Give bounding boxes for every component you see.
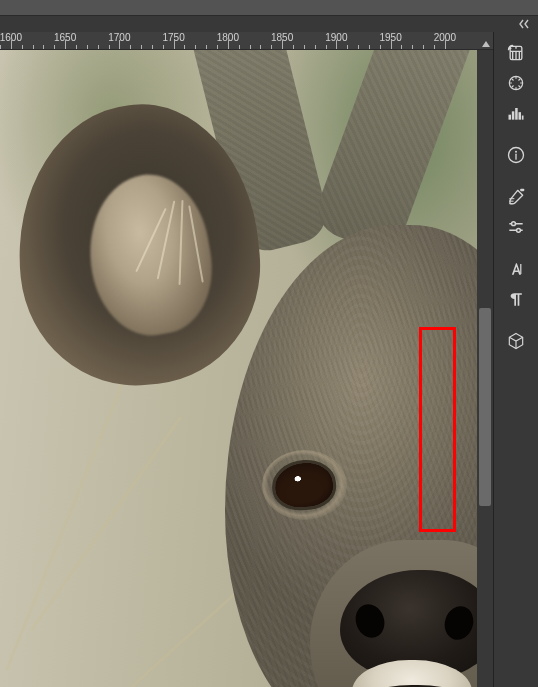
3d-icon[interactable] — [499, 326, 533, 356]
navigator-icon[interactable] — [499, 68, 533, 98]
character-icon[interactable] — [499, 254, 533, 284]
canvas-area: 160016501700175018001850190019502000 — [0, 32, 493, 687]
collapsed-panels-dock — [493, 32, 538, 687]
svg-point-11 — [517, 228, 521, 232]
scroll-up-arrow[interactable] — [481, 35, 491, 50]
svg-rect-6 — [522, 116, 524, 120]
svg-rect-3 — [512, 111, 514, 119]
vertical-scrollbar-thumb[interactable] — [479, 308, 491, 506]
paragraph-icon[interactable] — [499, 284, 533, 314]
vertical-scrollbar[interactable] — [477, 50, 493, 687]
brush-settings-icon[interactable] — [499, 182, 533, 212]
svg-rect-9 — [520, 189, 524, 192]
collapse-panels-button[interactable] — [519, 19, 533, 29]
svg-rect-5 — [519, 112, 522, 120]
svg-rect-12 — [520, 264, 521, 274]
panel-collapse-row — [0, 16, 538, 32]
histogram-icon[interactable] — [499, 98, 533, 128]
document-image[interactable] — [0, 50, 477, 687]
options-bar-stub — [0, 0, 538, 16]
info-icon[interactable] — [499, 140, 533, 170]
adjustments-icon[interactable] — [499, 212, 533, 242]
svg-rect-4 — [515, 108, 518, 120]
horizontal-ruler[interactable]: 160016501700175018001850190019502000 — [0, 32, 493, 50]
history-icon[interactable] — [499, 38, 533, 68]
svg-point-10 — [512, 222, 516, 226]
svg-point-8 — [515, 151, 517, 153]
svg-rect-2 — [509, 115, 512, 120]
